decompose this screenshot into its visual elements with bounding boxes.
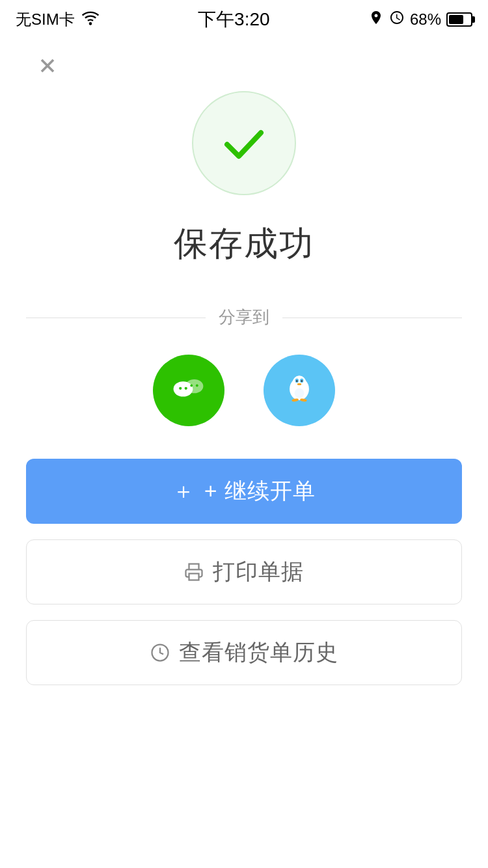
success-title: 保存成功 <box>174 221 314 267</box>
wechat-share-button[interactable] <box>153 355 224 426</box>
history-label: 查看销货单历史 <box>179 638 338 668</box>
status-bar: 无SIM卡 下午3:20 68% <box>0 0 488 39</box>
location-icon <box>368 10 384 29</box>
main-content: 保存成功 分享到 <box>0 39 488 685</box>
status-right: 68% <box>368 10 472 29</box>
svg-point-0 <box>90 23 91 24</box>
svg-point-7 <box>190 385 193 387</box>
print-label: 打印单据 <box>213 557 304 587</box>
svg-point-4 <box>185 379 204 393</box>
qq-share-button[interactable] <box>264 355 335 426</box>
battery-percent: 68% <box>410 10 441 29</box>
status-left: 无SIM卡 <box>16 8 100 31</box>
svg-point-6 <box>185 387 187 390</box>
success-icon-circle <box>192 91 296 195</box>
svg-point-16 <box>301 380 303 382</box>
continue-label: + 继续开单 <box>204 476 316 506</box>
plus-icon: ＋ <box>172 476 195 506</box>
share-section: 分享到 <box>0 306 488 426</box>
carrier-text: 无SIM卡 <box>16 9 75 30</box>
svg-point-19 <box>295 388 305 398</box>
svg-point-15 <box>296 380 298 382</box>
share-icons <box>153 355 335 426</box>
print-button[interactable]: 打印单据 <box>26 539 462 604</box>
wifi-icon <box>81 8 100 31</box>
alarm-icon <box>389 10 405 29</box>
battery-icon <box>446 12 472 27</box>
svg-point-8 <box>196 385 198 387</box>
close-button[interactable] <box>31 49 64 82</box>
printer-icon <box>184 562 204 582</box>
svg-rect-22 <box>189 574 199 580</box>
continue-button[interactable]: ＋ + 继续开单 <box>26 459 462 524</box>
time-display: 下午3:20 <box>198 7 270 32</box>
share-label: 分享到 <box>206 306 282 329</box>
clock-icon <box>150 643 170 662</box>
share-divider: 分享到 <box>0 306 488 329</box>
svg-point-5 <box>179 387 182 390</box>
history-button[interactable]: 查看销货单历史 <box>26 620 462 685</box>
buttons-section: ＋ + 继续开单 打印单据 查看销货单历史 <box>0 459 488 685</box>
svg-point-17 <box>297 383 301 385</box>
